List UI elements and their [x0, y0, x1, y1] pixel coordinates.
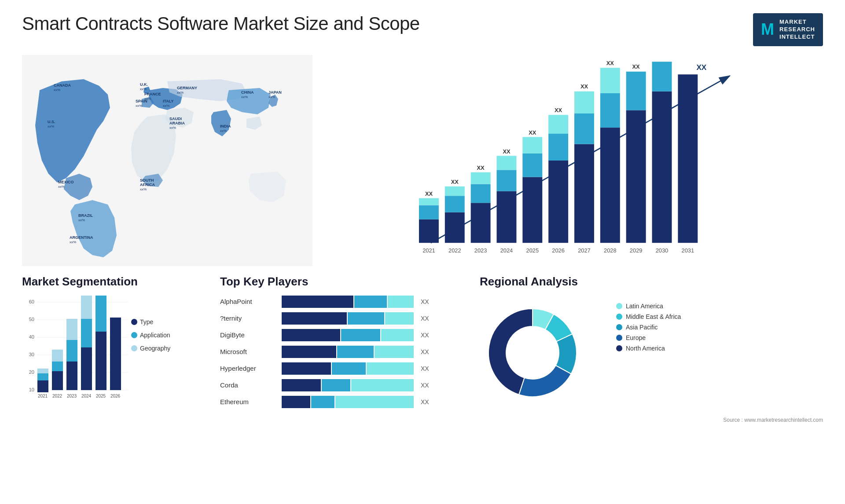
- player-name: ?ternity: [220, 314, 277, 322]
- page-title: Smart Contracts Software Market Size and…: [22, 13, 420, 34]
- svg-rect-107: [66, 340, 77, 362]
- svg-rect-110: [81, 347, 92, 390]
- svg-text:ARABIA: ARABIA: [169, 121, 185, 125]
- svg-rect-115: [96, 296, 107, 332]
- svg-text:2024: 2024: [81, 394, 92, 398]
- svg-rect-114: [96, 332, 107, 390]
- svg-text:MEXICO: MEXICO: [58, 180, 74, 184]
- svg-text:XX: XX: [425, 190, 433, 197]
- svg-rect-98: [37, 380, 48, 392]
- player-row: Microsoft XX: [220, 346, 467, 358]
- donut-legend-dot: [616, 314, 622, 320]
- svg-rect-37: [419, 198, 439, 205]
- svg-text:Application: Application: [140, 332, 170, 339]
- svg-text:INDIA: INDIA: [220, 124, 231, 128]
- player-bar: [282, 362, 414, 375]
- player-bar: [282, 296, 414, 308]
- svg-rect-108: [66, 319, 77, 340]
- svg-text:2026: 2026: [110, 394, 121, 398]
- seg-chart-svg: 60 50 40 30 20 10 2021: [22, 296, 189, 401]
- svg-text:ARGENTINA: ARGENTINA: [70, 235, 93, 240]
- player-name: DigiByte: [220, 331, 277, 339]
- svg-text:2027: 2027: [578, 247, 591, 253]
- world-map: CANADA xx% U.S. xx% MEXICO xx% BRAZIL xx…: [22, 55, 312, 266]
- svg-rect-35: [419, 219, 439, 242]
- svg-rect-61: [548, 134, 568, 161]
- svg-rect-42: [445, 186, 465, 196]
- svg-text:BRAZIL: BRAZIL: [78, 213, 93, 218]
- svg-text:10: 10: [29, 387, 34, 392]
- regional-title: Regional Analysis: [480, 275, 823, 289]
- svg-text:SAUDI: SAUDI: [169, 117, 182, 121]
- source-text: Source : www.marketresearchintellect.com: [22, 417, 823, 423]
- svg-text:30: 30: [29, 352, 34, 357]
- svg-text:xx%: xx%: [169, 126, 176, 130]
- donut-legend-label: Middle East & Africa: [626, 313, 681, 320]
- svg-rect-60: [548, 161, 568, 243]
- svg-text:GERMANY: GERMANY: [177, 86, 197, 90]
- svg-rect-76: [626, 71, 646, 110]
- donut-legend-dot: [616, 324, 622, 330]
- svg-rect-51: [496, 170, 516, 191]
- svg-rect-67: [574, 91, 594, 113]
- bar-chart-svg: XX 2021 XX 2022 XX 2023: [334, 59, 814, 262]
- svg-text:XX: XX: [477, 164, 485, 171]
- donut-legend-item: Asia Pacific: [616, 324, 681, 331]
- svg-rect-57: [522, 137, 542, 153]
- svg-rect-55: [522, 177, 542, 243]
- svg-rect-36: [419, 205, 439, 219]
- svg-text:SOUTH: SOUTH: [140, 178, 154, 183]
- donut-segment: [519, 365, 571, 397]
- svg-text:50: 50: [29, 317, 34, 322]
- svg-rect-111: [81, 319, 92, 347]
- svg-text:CANADA: CANADA: [54, 83, 71, 88]
- svg-text:xx%: xx%: [140, 187, 147, 191]
- player-value: XX: [421, 315, 429, 322]
- svg-text:2031: 2031: [682, 247, 694, 253]
- svg-text:xx%: xx%: [58, 185, 65, 189]
- svg-text:xx%: xx%: [220, 129, 227, 133]
- player-value: XX: [421, 298, 429, 305]
- svg-point-121: [131, 332, 137, 338]
- svg-rect-71: [600, 93, 620, 128]
- svg-rect-65: [574, 144, 594, 243]
- logo-container: M MARKET RESEARCH INTELLECT: [753, 13, 823, 46]
- svg-text:FRANCE: FRANCE: [144, 92, 161, 96]
- segmentation-section: Market Segmentation 60 50 40 30 20 10: [22, 275, 207, 413]
- svg-point-123: [131, 345, 137, 351]
- svg-rect-47: [471, 172, 491, 184]
- donut-legend-dot: [616, 345, 622, 351]
- svg-text:2021: 2021: [38, 394, 48, 398]
- svg-text:Type: Type: [140, 318, 154, 325]
- svg-text:2023: 2023: [67, 394, 77, 398]
- svg-text:U.S.: U.S.: [48, 120, 55, 124]
- svg-rect-41: [445, 196, 465, 212]
- svg-text:2024: 2024: [500, 247, 513, 253]
- header: Smart Contracts Software Market Size and…: [22, 13, 823, 46]
- svg-text:XX: XX: [606, 60, 614, 66]
- svg-rect-70: [600, 128, 620, 243]
- player-value: XX: [421, 382, 429, 389]
- svg-text:xx%: xx%: [140, 87, 147, 91]
- player-name: Hyperledger: [220, 365, 277, 372]
- players-list: AlphaPoint XX ?ternity XX DigiByte XX Mi…: [220, 296, 467, 408]
- player-row: ?ternity XX: [220, 312, 467, 325]
- page-container: Smart Contracts Software Market Size and…: [0, 0, 845, 504]
- svg-point-119: [131, 319, 137, 325]
- donut-legend-item: North America: [616, 345, 681, 352]
- svg-text:XX: XX: [503, 148, 511, 155]
- svg-text:2025: 2025: [526, 247, 539, 253]
- donut-legend-dot: [616, 335, 622, 341]
- svg-rect-102: [52, 371, 63, 390]
- svg-text:XX: XX: [529, 129, 536, 136]
- svg-text:xx%: xx%: [136, 104, 142, 108]
- svg-text:xx%: xx%: [177, 91, 184, 95]
- svg-text:XX: XX: [555, 106, 562, 113]
- donut-legend-label: Europe: [626, 334, 646, 341]
- svg-text:xx%: xx%: [48, 124, 54, 128]
- players-section: Top Key Players AlphaPoint XX ?ternity X…: [220, 275, 467, 413]
- logo-m-icon: M: [761, 22, 774, 37]
- svg-text:XX: XX: [580, 83, 588, 90]
- svg-text:Geography: Geography: [140, 345, 170, 352]
- regional-section: Regional Analysis Latin America Middle E…: [480, 275, 823, 413]
